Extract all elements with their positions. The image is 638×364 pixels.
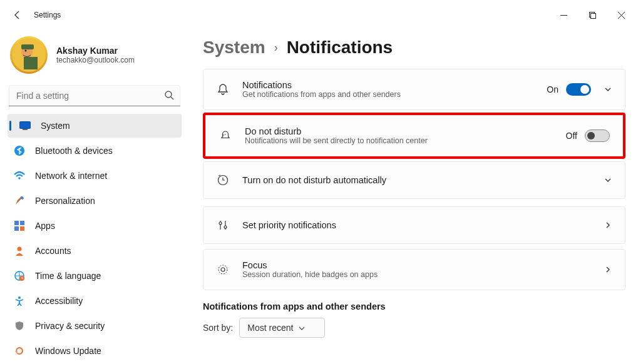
svg-rect-7: [21, 44, 34, 49]
svg-point-10: [165, 91, 172, 98]
highlight-annotation: zz Do not disturb Notifications will be …: [203, 113, 625, 159]
search-input[interactable]: [9, 85, 180, 106]
breadcrumb-parent[interactable]: System: [203, 38, 265, 58]
breadcrumb-current: Notifications: [287, 38, 393, 58]
nav-bluetooth[interactable]: Bluetooth & devices: [8, 139, 182, 163]
shield-icon: [14, 320, 25, 331]
update-icon: [14, 345, 25, 356]
row-dnd-auto[interactable]: Turn on do not disturb automatically: [203, 162, 625, 198]
row-subtitle: Notifications will be sent directly to n…: [245, 136, 553, 145]
row-priority-notifications[interactable]: Set priority notifications: [203, 207, 625, 243]
chevron-right-icon: ›: [274, 41, 278, 54]
svg-rect-20: [20, 226, 24, 231]
paintbrush-icon: [14, 195, 25, 206]
svg-point-33: [221, 268, 225, 271]
svg-point-29: [219, 222, 222, 225]
svg-point-24: [18, 296, 21, 299]
nav-label: Network & internet: [35, 171, 107, 181]
back-button[interactable]: [10, 8, 25, 23]
svg-rect-18: [20, 221, 24, 225]
nav-label: Accounts: [35, 246, 71, 256]
section-header-apps: Notifications from apps and other sender…: [203, 301, 625, 311]
row-do-not-disturb[interactable]: zz Do not disturb Notifications will be …: [206, 116, 622, 156]
svg-rect-17: [14, 221, 19, 225]
row-title: Turn on do not disturb automatically: [242, 175, 591, 185]
window-title: Settings: [34, 11, 61, 19]
nav-system[interactable]: System: [8, 114, 182, 138]
system-icon: [19, 120, 31, 131]
svg-rect-13: [23, 129, 28, 130]
row-notifications[interactable]: Notifications Get notifications from app…: [203, 69, 625, 109]
row-focus[interactable]: Focus Session duration, hide badges on a…: [203, 250, 625, 290]
minimize-button[interactable]: [549, 5, 578, 25]
profile-block[interactable]: Akshay Kumar techakko@outlook.com: [8, 35, 182, 83]
wifi-icon: [14, 170, 25, 181]
profile-email: techakko@outlook.com: [56, 56, 135, 64]
nav-network[interactable]: Network & internet: [8, 164, 182, 188]
minimize-icon: [560, 12, 567, 19]
search-icon: [164, 90, 174, 100]
toggle-state-label: On: [547, 84, 558, 94]
nav-windows-update[interactable]: Windows Update: [8, 339, 182, 363]
nav-privacy[interactable]: Privacy & security: [8, 314, 182, 338]
svg-point-32: [219, 265, 227, 274]
toggle-state-label: Off: [566, 131, 577, 141]
breadcrumb: System › Notifications: [203, 38, 625, 58]
chevron-down-icon[interactable]: [604, 176, 612, 185]
row-subtitle: Get notifications from apps and other se…: [242, 90, 534, 99]
nav-personalization[interactable]: Personalization: [8, 189, 182, 213]
nav-label: Privacy & security: [35, 321, 105, 331]
svg-rect-2: [590, 13, 595, 18]
chevron-right-icon[interactable]: [604, 265, 612, 274]
notifications-toggle[interactable]: [566, 83, 591, 96]
svg-text:z: z: [225, 133, 226, 136]
search-box[interactable]: [9, 85, 180, 106]
nav-label: Personalization: [35, 196, 95, 206]
sort-dropdown[interactable]: Most recent: [239, 318, 325, 338]
arrow-left-icon: [13, 10, 23, 20]
nav-label: System: [41, 121, 70, 131]
nav-accessibility[interactable]: Accessibility: [8, 289, 182, 313]
row-subtitle: Session duration, hide badges on apps: [242, 270, 591, 279]
nav-time-language[interactable]: Time & language: [8, 264, 182, 288]
chevron-right-icon[interactable]: [604, 221, 612, 230]
row-title: Set priority notifications: [242, 220, 591, 230]
nav-apps[interactable]: Apps: [8, 214, 182, 238]
nav-label: Time & language: [35, 271, 101, 281]
svg-point-9: [25, 50, 27, 52]
dnd-toggle[interactable]: [585, 129, 610, 142]
close-icon: [618, 12, 625, 19]
person-icon: [14, 245, 25, 256]
row-title: Focus: [242, 260, 591, 270]
maximize-button[interactable]: [578, 5, 607, 25]
avatar: [10, 36, 48, 74]
svg-rect-12: [20, 122, 31, 129]
maximize-icon: [589, 12, 596, 19]
nav-accounts[interactable]: Accounts: [8, 239, 182, 263]
row-title: Do not disturb: [245, 126, 553, 136]
sort-value: Most recent: [247, 323, 293, 333]
nav-label: Bluetooth & devices: [35, 146, 113, 156]
focus-icon: [216, 263, 230, 276]
nav-label: Accessibility: [35, 296, 83, 306]
svg-line-11: [171, 97, 173, 99]
svg-point-21: [18, 247, 22, 251]
accessibility-icon: [14, 295, 25, 306]
profile-name: Akshay Kumar: [56, 46, 135, 56]
sliders-icon: [216, 219, 230, 231]
globe-clock-icon: [14, 270, 25, 281]
sort-label: Sort by:: [203, 323, 233, 333]
svg-point-15: [18, 177, 20, 179]
chevron-down-icon: [298, 325, 306, 332]
nav-label: Apps: [35, 221, 55, 231]
svg-rect-19: [14, 226, 19, 231]
close-button[interactable]: [607, 5, 635, 25]
nav-label: Windows Update: [35, 346, 101, 356]
svg-point-31: [224, 226, 227, 228]
chevron-down-icon[interactable]: [604, 85, 612, 94]
bell-icon: [216, 83, 230, 96]
bluetooth-icon: [14, 145, 25, 156]
dnd-icon: zz: [219, 129, 232, 142]
apps-icon: [14, 220, 25, 231]
clock-arrow-icon: [216, 174, 230, 186]
